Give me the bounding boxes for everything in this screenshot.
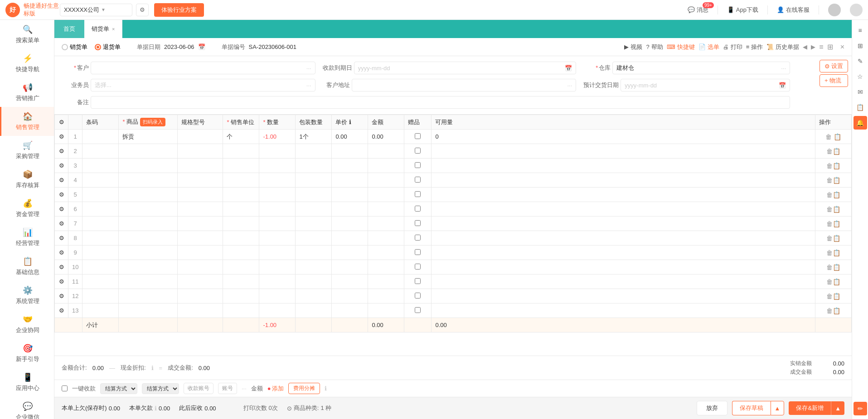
add-payment-button[interactable]: ● 添加: [267, 385, 284, 393]
customer-input[interactable]: ···: [91, 62, 315, 74]
account-input[interactable]: 收款账号: [184, 383, 213, 394]
gift-checkbox[interactable]: [415, 264, 421, 270]
tab-sales-order[interactable]: 销货单 ×: [84, 20, 122, 38]
view-grid-icon[interactable]: ⊞: [827, 43, 833, 51]
sidebar-item-basic[interactable]: 📋 基础信息: [0, 252, 54, 281]
tab-close-icon[interactable]: ×: [112, 26, 115, 32]
gift-checkbox[interactable]: [415, 191, 421, 197]
notes-input[interactable]: [91, 96, 790, 109]
print-button[interactable]: 🖨 打印: [723, 43, 742, 51]
calendar-icon[interactable]: 📅: [198, 43, 205, 50]
avatar2[interactable]: [850, 4, 863, 16]
select-order-button[interactable]: 📄 选单: [698, 43, 719, 51]
gift-checkbox[interactable]: [415, 162, 421, 168]
right-panel-btn-1[interactable]: ≡: [853, 24, 867, 37]
gift-checkbox[interactable]: [415, 133, 421, 139]
settings-button[interactable]: ⚙ 设置: [820, 60, 848, 72]
sidebar-item-search[interactable]: 🔍 搜索菜单: [0, 20, 54, 49]
expected-delivery-input[interactable]: yyyy-mm-dd 📅: [621, 79, 790, 92]
sidebar-item-guide[interactable]: 🎯 新手引导: [0, 339, 54, 368]
fee-split-button[interactable]: 费用分摊: [288, 383, 320, 394]
save-draft-dropdown[interactable]: ▲: [771, 401, 785, 415]
gift-checkbox[interactable]: [415, 307, 421, 313]
tab-home[interactable]: 首页: [54, 20, 84, 38]
delete-row-button[interactable]: 🗑: [825, 133, 832, 140]
shortcut-button[interactable]: ⌨ 快捷键: [667, 43, 695, 51]
gift-checkbox[interactable]: [415, 220, 421, 226]
radio-return[interactable]: 退货单: [95, 43, 121, 51]
delete-row-button[interactable]: 🗑: [826, 293, 833, 300]
col-settings[interactable]: ⚙: [55, 115, 68, 130]
copy-row-button[interactable]: 📋: [833, 148, 840, 155]
right-panel-btn-4[interactable]: ☆: [853, 70, 867, 83]
settlement-method-select[interactable]: 结算方式: [100, 383, 137, 394]
copy-row-button[interactable]: 📋: [833, 235, 840, 242]
copy-row-button[interactable]: 📋: [833, 206, 840, 213]
copy-row-button[interactable]: 📋: [833, 162, 840, 169]
gift-checkbox[interactable]: [415, 278, 421, 284]
delete-row-button[interactable]: 🗑: [826, 162, 833, 169]
gift-checkbox[interactable]: [415, 177, 421, 183]
avatar[interactable]: [828, 4, 841, 16]
logistics-button[interactable]: + 物流: [820, 74, 848, 87]
right-panel-btn-6[interactable]: 📋: [853, 101, 867, 114]
copy-row-button[interactable]: 📋: [833, 177, 840, 184]
video-button[interactable]: ▶ 视频: [624, 43, 642, 51]
salesperson-input[interactable]: 选择... ···: [91, 79, 315, 92]
sidebar-item-enterprise[interactable]: 🤝 企业协同: [0, 310, 54, 339]
sidebar-item-marketing[interactable]: 📢 营销推广: [0, 78, 54, 107]
save-new-button[interactable]: 保存&新增: [789, 401, 831, 415]
view-list-icon[interactable]: ≡: [819, 43, 823, 51]
copy-row-button[interactable]: 📋: [833, 307, 840, 314]
discount-info-icon[interactable]: ℹ: [151, 365, 154, 371]
delete-row-button[interactable]: 🗑: [826, 220, 833, 227]
right-panel-btn-7[interactable]: 🔔: [853, 116, 867, 130]
delete-row-button[interactable]: 🗑: [826, 249, 833, 256]
delete-row-button[interactable]: 🗑: [826, 307, 833, 314]
delete-row-button[interactable]: 🗑: [826, 235, 833, 242]
trial-button[interactable]: 体验行业方案: [154, 3, 204, 17]
payment-calendar-icon[interactable]: 📅: [565, 65, 572, 72]
message-button[interactable]: 💬 消息 99+: [688, 6, 708, 14]
right-panel-btn-3[interactable]: ✎: [853, 54, 867, 68]
sidebar-item-shortcut[interactable]: ⚡ 快捷导航: [0, 49, 54, 78]
warehouse-input[interactable]: 建材仓 ···: [612, 62, 790, 74]
total-debt-icon[interactable]: ℹ: [155, 405, 157, 412]
copy-row-button[interactable]: 📋: [833, 249, 840, 256]
history-button[interactable]: 📜 历史单据: [766, 43, 799, 51]
close-button[interactable]: ×: [840, 43, 844, 51]
right-panel-btn-2[interactable]: ⊞: [853, 39, 867, 53]
settlement-method-select2[interactable]: 结算方式: [142, 383, 179, 394]
copy-row-button[interactable]: 📋: [833, 220, 840, 227]
sidebar-item-purchase[interactable]: 🛒 采购管理: [0, 136, 54, 165]
sidebar-item-appstore[interactable]: 📱 应用中心: [0, 368, 54, 397]
right-panel-btn-5[interactable]: ✉: [853, 85, 867, 99]
radio-sales[interactable]: 销货单: [62, 43, 87, 51]
payment-due-input[interactable]: yyyy-mm-dd 📅: [354, 62, 577, 74]
delete-row-button[interactable]: 🗑: [826, 177, 833, 184]
copy-row-button[interactable]: 📋: [833, 293, 840, 300]
online-service-button[interactable]: 👤 在线客服: [777, 6, 810, 14]
company-selector[interactable]: XXXXXX公司 ▼: [60, 4, 132, 16]
gift-checkbox[interactable]: [415, 206, 421, 212]
gift-checkbox[interactable]: [415, 293, 421, 299]
delivery-calendar-icon[interactable]: 📅: [779, 82, 786, 89]
gift-checkbox[interactable]: [415, 148, 421, 154]
copy-row-button[interactable]: 📋: [834, 133, 841, 140]
sidebar-item-operations[interactable]: 📊 经营管理: [0, 223, 54, 252]
delete-row-button[interactable]: 🗑: [826, 206, 833, 213]
customer-address-input[interactable]: ···: [352, 79, 577, 92]
copy-row-button[interactable]: 📋: [833, 278, 840, 285]
sidebar-item-wechat[interactable]: 💬 企业微信: [0, 397, 54, 419]
prev-icon[interactable]: ◀: [803, 43, 807, 50]
abandon-button[interactable]: 放弃: [697, 401, 727, 415]
delete-row-button[interactable]: 🗑: [826, 148, 833, 155]
help-button[interactable]: ? 帮助: [646, 43, 663, 51]
copy-row-button[interactable]: 📋: [833, 264, 840, 271]
next-icon[interactable]: ▶: [811, 43, 815, 50]
sidebar-item-sales[interactable]: 🏠 销售管理: [0, 107, 54, 136]
sidebar-item-system[interactable]: ⚙️ 系统管理: [0, 281, 54, 310]
save-new-dropdown[interactable]: ▲: [831, 401, 844, 415]
one-click-payment-checkbox[interactable]: [62, 385, 68, 391]
sidebar-item-inventory[interactable]: 📦 库存核算: [0, 165, 54, 194]
